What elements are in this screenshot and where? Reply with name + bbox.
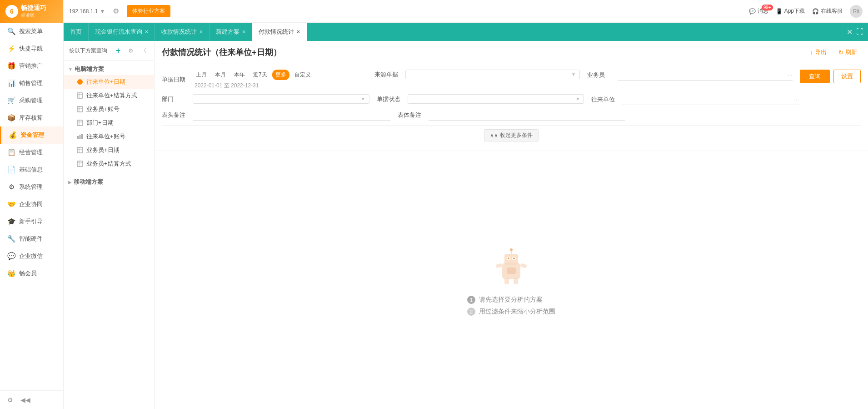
export-btn[interactable]: ↑ 导出 <box>807 46 831 58</box>
tab-cashflow[interactable]: 现金银行流水查询 × <box>89 23 155 41</box>
body-note-input[interactable] <box>429 110 625 121</box>
scheme-item-staff-date[interactable]: 业务员+日期 <box>64 143 154 157</box>
chat-icon: 💬 <box>7 252 15 260</box>
tab-payment-stats[interactable]: 付款情况统计 × <box>252 23 307 41</box>
sidebar-item-member[interactable]: 👑 畅会员 <box>0 265 63 282</box>
sidebar-item-basic[interactable]: 📄 基础信息 <box>0 161 63 178</box>
trial-btn[interactable]: 体验行业方案 <box>127 5 170 17</box>
tab-receipts-close[interactable]: × <box>200 29 203 35</box>
svg-point-23 <box>508 258 509 259</box>
sidebar-item-inventory[interactable]: 📦 库存核算 <box>0 109 63 126</box>
sidebar-settings-btn[interactable]: ⚙ <box>5 394 15 405</box>
tab-home[interactable]: 首页 <box>64 23 89 41</box>
filter-row-3: 表头备注 表体备注 <box>162 110 861 121</box>
doc-icon: 📄 <box>7 166 15 174</box>
tab-receipts[interactable]: 收款情况统计 × <box>155 23 210 41</box>
date-btn-this-month[interactable]: 本月 <box>212 70 229 80</box>
sidebar-item-marketing[interactable]: 🎁 营销推广 <box>0 57 63 75</box>
date-btn-7days[interactable]: 近7天 <box>250 70 270 80</box>
staff-input-dots[interactable]: ··· <box>788 71 793 78</box>
topbar-gear-btn[interactable]: ⚙ <box>110 5 122 18</box>
tab-maximize-btn[interactable]: ⛶ <box>856 28 863 36</box>
app-download-action[interactable]: 📱 App下载 <box>776 7 805 15</box>
empty-tips: 1 请先选择要分析的方案 2 用过滤条件来缩小分析范围 <box>467 296 555 316</box>
scheme-group-mobile-header[interactable]: ▶ 移动端方案 <box>64 176 154 188</box>
sidebar-collapse-btn[interactable]: ◀◀ <box>20 394 31 405</box>
sidebar-edition: 标准版 <box>21 12 46 19</box>
tab-new-scheme-close[interactable]: × <box>242 29 245 35</box>
settings-btn[interactable]: 设置 <box>833 70 861 83</box>
dept-select[interactable]: ▼ <box>193 94 369 104</box>
empty-tip-1: 1 请先选择要分析的方案 <box>467 296 555 304</box>
chevron-up-icon: ∧∧ <box>490 132 498 139</box>
scheme-item-dept-date[interactable]: 部门+日期 <box>64 116 154 130</box>
filter-staff: 业务员 ··· <box>587 70 793 81</box>
sidebar: 6 畅捷通巧 标准版 🔍 搜索菜单 ⚡ 快捷导航 🎁 营销推广 📊 销售管理 🛒… <box>0 0 64 409</box>
cart-icon: 🛒 <box>7 96 15 105</box>
tip-num-2: 2 <box>467 308 475 316</box>
message-action[interactable]: 💬 消息 99+ <box>749 7 768 15</box>
chart-icon: 📊 <box>7 79 15 87</box>
scheme-table2-icon <box>76 106 84 113</box>
partner-input-dots[interactable]: ··· <box>794 96 799 103</box>
svg-rect-1 <box>77 93 83 98</box>
sidebar-item-guide[interactable]: 🎓 新手引导 <box>0 213 63 230</box>
panel-collapse-btn[interactable]: 《 <box>139 45 149 56</box>
left-panel-header: 按以下方案查询 + ⚙ 《 <box>64 41 154 61</box>
partner-input[interactable] <box>622 94 794 105</box>
scheme-item-unit-date[interactable]: 往来单位+日期 <box>64 75 154 89</box>
crown-icon: 👑 <box>7 269 15 278</box>
scheme-settings-btn[interactable]: ⚙ <box>126 45 136 56</box>
message-badge: 99+ <box>762 5 773 10</box>
collapse-btn[interactable]: ∧∧ 收起更多条件 <box>484 129 539 141</box>
add-scheme-btn[interactable]: + <box>113 45 123 56</box>
tab-payment-stats-close[interactable]: × <box>297 29 300 35</box>
date-btn-this-year[interactable]: 本年 <box>231 70 248 80</box>
header-note-input[interactable] <box>193 110 390 121</box>
scheme-group-desktop-header[interactable]: ▼ 电脑端方案 <box>64 63 154 75</box>
scheme-item-staff-account[interactable]: 业务员+账号 <box>64 102 154 116</box>
scheme-item-staff-payment[interactable]: 业务员+结算方式 <box>64 157 154 171</box>
gear-icon: ⚙ <box>7 183 15 191</box>
sidebar-item-hardware[interactable]: 🔧 智能硬件 <box>0 230 63 247</box>
date-btn-last-month[interactable]: 上月 <box>193 70 210 80</box>
topbar: 192.168.1.1 ▼ ⚙ 体验行业方案 💬 消息 99+ 📱 App下载 … <box>64 0 868 23</box>
sidebar-item-purchase[interactable]: 🛒 采购管理 <box>0 92 63 109</box>
sidebar-item-finance[interactable]: 💰 资金管理 <box>0 126 63 144</box>
query-btn[interactable]: 查询 <box>800 70 830 83</box>
sidebar-item-collab[interactable]: 🤝 企业协同 <box>0 196 63 213</box>
svg-rect-16 <box>77 161 83 167</box>
refresh-icon: ↻ <box>838 49 843 56</box>
tab-close-all-btn[interactable]: ✕ <box>847 28 853 36</box>
sidebar-item-operation[interactable]: 📋 经营管理 <box>0 144 63 161</box>
tab-cashflow-close[interactable]: × <box>145 29 148 35</box>
tip-num-1: 1 <box>467 296 475 304</box>
scheme-item-unit-account[interactable]: 往来单位+账号 <box>64 130 154 143</box>
sidebar-logo: 6 <box>5 5 18 18</box>
sidebar-item-wechat[interactable]: 💬 企业微信 <box>0 247 63 265</box>
sidebar-item-system[interactable]: ⚙ 系统管理 <box>0 178 63 196</box>
doc-status-select[interactable]: ▼ <box>408 94 584 104</box>
user-avatar[interactable]: Rit <box>850 5 863 18</box>
online-service-action[interactable]: 🎧 在线客服 <box>812 7 843 15</box>
svg-rect-4 <box>77 106 83 112</box>
source-select[interactable]: ▼ <box>405 70 580 79</box>
sidebar-item-shortcut[interactable]: ⚡ 快捷导航 <box>0 40 63 57</box>
message-icon: 💬 <box>749 8 756 15</box>
filter-date: 单据日期 上月 本月 本年 近7天 更多 自定义 2022-01-01 至 20… <box>162 70 367 90</box>
tab-new-scheme[interactable]: 新建方案 × <box>210 23 252 41</box>
clipboard-icon: 📋 <box>7 148 15 157</box>
date-btn-custom[interactable]: 自定义 <box>291 70 314 80</box>
page-actions: ↑ 导出 ↻ 刷新 <box>807 46 861 58</box>
svg-point-0 <box>77 79 83 85</box>
scheme-table5-icon <box>76 160 84 167</box>
sidebar-item-search[interactable]: 🔍 搜索菜单 <box>0 23 63 40</box>
topbar-addr-dropdown-icon[interactable]: ▼ <box>100 8 105 15</box>
filter-body-note: 表体备注 <box>398 110 625 121</box>
date-btn-more[interactable]: 更多 <box>272 70 289 80</box>
empty-illustration <box>489 245 534 290</box>
staff-input[interactable] <box>618 70 788 80</box>
scheme-item-unit-payment[interactable]: 往来单位+结算方式 <box>64 89 154 102</box>
sidebar-item-sales[interactable]: 📊 销售管理 <box>0 75 63 92</box>
refresh-btn[interactable]: ↻ 刷新 <box>835 46 861 58</box>
